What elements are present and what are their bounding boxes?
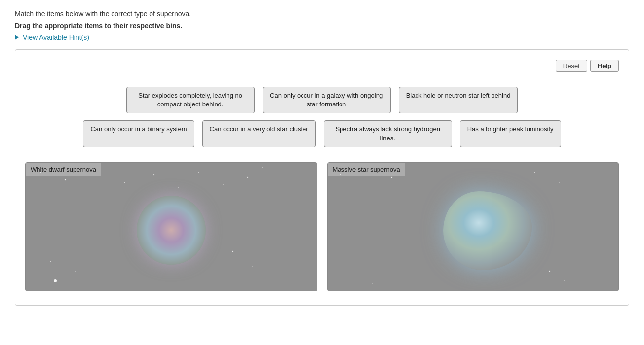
white-dwarf-bin[interactable]: White dwarf supernova [25, 162, 317, 291]
svg-point-24 [564, 280, 565, 281]
drop-bins: White dwarf supernova [25, 162, 619, 291]
drag-row-1: Star explodes completely, leaving no com… [126, 87, 518, 113]
massive-star-image [328, 163, 619, 291]
svg-point-10 [50, 261, 51, 262]
svg-point-13 [252, 266, 253, 267]
drag-item-2[interactable]: Can only occur in a galaxy with ongoing … [263, 87, 391, 113]
drag-row-2: Can only occur in a binary system Can oc… [83, 120, 561, 147]
svg-point-8 [247, 177, 248, 178]
svg-point-1 [65, 179, 66, 180]
svg-point-6 [198, 172, 199, 173]
massive-star-bin[interactable]: Massive star supernova [327, 162, 619, 291]
svg-point-19 [534, 172, 535, 173]
main-container: Reset Help Star explodes completely, lea… [15, 49, 629, 306]
drag-item-4[interactable]: Can only occur in a binary system [83, 120, 194, 147]
hint-link[interactable]: View Available Hint(s) [15, 34, 629, 41]
help-button[interactable]: Help [590, 60, 619, 72]
svg-point-12 [232, 251, 233, 252]
svg-point-21 [347, 276, 348, 276]
drag-items-area: Star explodes completely, leaving no com… [25, 87, 619, 147]
top-buttons: Reset Help [25, 60, 619, 72]
instructions-line2: Drag the appropriate items to their resp… [15, 22, 629, 30]
svg-point-18 [391, 177, 392, 178]
svg-point-11 [75, 271, 76, 272]
drag-item-3[interactable]: Black hole or neutron star left behind [399, 87, 518, 113]
reset-button[interactable]: Reset [556, 60, 587, 72]
hint-label: View Available Hint(s) [23, 34, 89, 41]
svg-point-4 [153, 174, 154, 175]
drag-item-7[interactable]: Has a brighter peak luminosity [460, 120, 561, 147]
white-dwarf-image [26, 163, 317, 291]
drag-item-5[interactable]: Can occur in a very old star cluster [202, 120, 316, 147]
svg-point-22 [372, 283, 373, 284]
white-dwarf-label: White dwarf supernova [26, 163, 101, 176]
drag-item-1[interactable]: Star explodes completely, leaving no com… [126, 87, 255, 113]
white-dwarf-bg [26, 163, 317, 291]
instructions-line1: Match the items below with the correct t… [15, 10, 629, 18]
svg-point-7 [223, 184, 224, 185]
white-dwarf-nebula [137, 196, 206, 265]
svg-point-9 [262, 167, 263, 168]
svg-point-14 [54, 279, 57, 282]
massive-star-label: Massive star supernova [328, 163, 405, 176]
drag-item-6[interactable]: Spectra always lack strong hydrogen line… [324, 120, 452, 147]
svg-point-20 [559, 182, 560, 183]
massive-star-bg [328, 163, 619, 291]
svg-point-5 [178, 187, 179, 188]
hint-arrow-icon [15, 35, 19, 40]
svg-point-23 [549, 271, 550, 272]
svg-point-15 [213, 276, 214, 276]
svg-point-3 [124, 182, 125, 183]
